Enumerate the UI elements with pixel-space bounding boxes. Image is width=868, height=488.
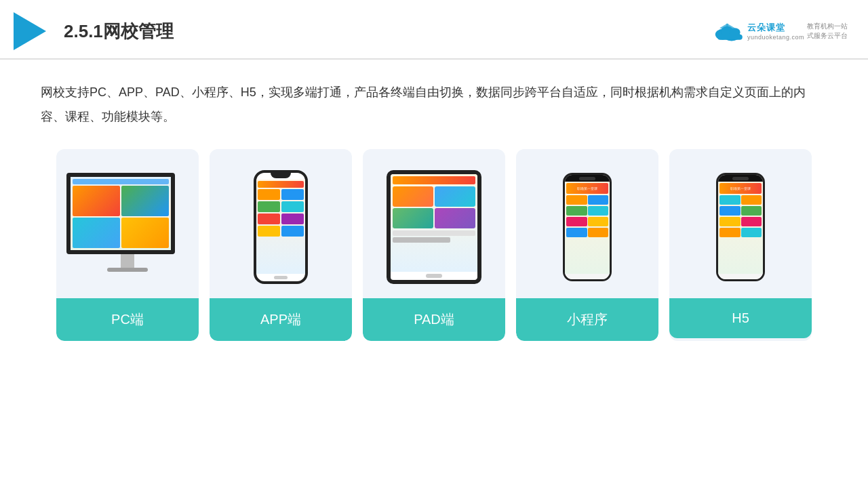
- pc-card: PC端: [56, 149, 199, 341]
- main-content: 网校支持PC、APP、PAD、小程序、H5，实现多端打通，产品各终端自由切换，数…: [0, 60, 868, 354]
- brand-icon: 云朵课堂 yunduoketang.com 教育机构一站 式服务云平台: [712, 21, 848, 41]
- logo-triangle-icon: [14, 12, 46, 50]
- title-number: 2.5.1: [64, 21, 103, 41]
- app-image-area: [210, 149, 352, 298]
- brand-url: yunduoketang.com: [747, 34, 804, 41]
- cards-container: PC端: [41, 149, 827, 341]
- miniprogram-card: 职场第一堂课: [516, 149, 658, 341]
- svg-rect-4: [717, 35, 743, 40]
- cloud-icon: [712, 21, 745, 41]
- page-title: 2.5.1网校管理: [64, 20, 174, 43]
- header: 2.5.1网校管理 云朵课堂 yunduoketang.com 教育机构一站 式…: [0, 0, 868, 60]
- miniprogram-image-area: 职场第一堂课: [516, 149, 658, 298]
- pad-label: PAD端: [363, 298, 505, 341]
- h5-image-area: 职场第一堂课: [669, 149, 812, 298]
- description-text: 网校支持PC、APP、PAD、小程序、H5，实现多端打通，产品各终端自由切换，数…: [41, 80, 827, 129]
- app-phone-icon: [254, 170, 308, 284]
- title-chinese: 网校管理: [103, 21, 174, 41]
- pad-card: PAD端: [363, 149, 505, 341]
- brand-logo: 云朵课堂 yunduoketang.com 教育机构一站 式服务云平台: [712, 21, 848, 41]
- miniprogram-label: 小程序: [516, 298, 658, 341]
- app-card: APP端: [210, 149, 352, 341]
- pc-image-area: [56, 149, 199, 298]
- h5-phone-icon: 职场第一堂课: [716, 173, 765, 281]
- pad-image-area: [363, 149, 505, 298]
- miniprogram-phone-icon: 职场第一堂课: [563, 173, 612, 281]
- pad-tablet-icon: [387, 170, 481, 284]
- brand-name: 云朵课堂: [747, 22, 804, 34]
- brand-description: 教育机构一站 式服务云平台: [807, 22, 848, 41]
- header-left: 2.5.1网校管理: [14, 12, 174, 50]
- h5-card: 职场第一堂课: [669, 149, 812, 341]
- pc-label: PC端: [56, 298, 199, 341]
- svg-rect-6: [726, 24, 728, 27]
- app-label: APP端: [210, 298, 352, 341]
- pc-monitor-icon: [66, 173, 189, 281]
- h5-label: H5: [669, 298, 812, 338]
